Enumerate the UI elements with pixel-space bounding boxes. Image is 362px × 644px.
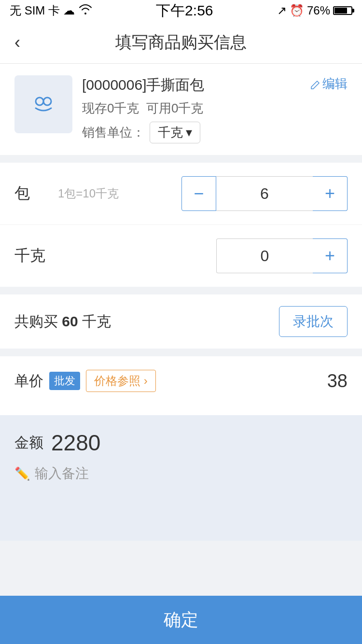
- sim-label: 无 SIM 卡 ☁: [10, 3, 75, 18]
- qty-controls-bag: − +: [181, 176, 348, 211]
- quantity-section: 包 1包=10千克 − + 千克 +: [0, 163, 362, 287]
- confirm-button[interactable]: 确定: [0, 596, 362, 644]
- unit-label: 销售单位：: [82, 124, 145, 141]
- status-bar: 无 SIM 卡 ☁ 下午2:56 ↗ ⏰ 76%: [0, 0, 362, 21]
- qty-input-bag[interactable]: [216, 176, 313, 211]
- battery-percent: 76%: [307, 4, 330, 17]
- page-title: 填写商品购买信息: [115, 31, 247, 54]
- chevron-down-icon: ▾: [186, 125, 192, 140]
- battery-icon: [333, 6, 352, 15]
- total-amount: 60: [62, 313, 78, 329]
- qty-input-kg[interactable]: [216, 238, 313, 273]
- stock-info: 现存0千克 可用0千克: [82, 100, 348, 117]
- amount-label: 金额: [14, 433, 43, 453]
- price-tag-wholesale: 批发: [49, 372, 80, 390]
- unit-row: 销售单位： 千克 ▾: [82, 122, 348, 143]
- increase-kg-button[interactable]: +: [313, 238, 348, 273]
- note-placeholder: 输入备注: [35, 464, 89, 483]
- qty-controls-kg: +: [216, 238, 348, 273]
- total-text: 共购买 60 千克: [14, 312, 111, 332]
- status-left: 无 SIM 卡 ☁: [10, 3, 92, 18]
- pencil-icon: ✏️: [14, 466, 30, 481]
- price-section: 单价 批发 价格参照 › 38: [0, 356, 362, 415]
- increase-bag-button[interactable]: +: [313, 176, 348, 211]
- batch-button[interactable]: 录批次: [279, 306, 348, 337]
- qty-label-kg: 千克: [14, 245, 53, 266]
- total-unit: 千克: [82, 313, 111, 329]
- alarm-icon: ⏰: [290, 4, 304, 17]
- note-row[interactable]: ✏️ 输入备注: [14, 464, 348, 483]
- svg-point-0: [36, 98, 43, 105]
- nav-bar: ‹ 填写商品购买信息: [0, 21, 362, 64]
- available-text: 可用0千克: [143, 101, 204, 115]
- quantity-row-bag: 包 1包=10千克 − +: [0, 163, 362, 225]
- status-right: ↗ ⏰ 76%: [277, 4, 352, 17]
- product-image: [14, 75, 72, 133]
- back-button[interactable]: ‹: [10, 28, 25, 57]
- decrease-bag-button[interactable]: −: [181, 176, 216, 211]
- unit-dropdown[interactable]: 千克 ▾: [150, 122, 200, 143]
- amount-value: 2280: [51, 430, 100, 456]
- stock-text: 现存0千克: [82, 101, 139, 115]
- price-value: 38: [327, 371, 348, 392]
- unit-value: 千克: [158, 124, 183, 141]
- wifi-icon: [79, 4, 92, 17]
- quantity-row-kg: 千克 +: [0, 225, 362, 287]
- product-name: [0000006]手撕面包: [82, 75, 204, 95]
- edit-button[interactable]: 编辑: [310, 75, 348, 92]
- price-left: 单价 批发 价格参照 ›: [14, 370, 156, 392]
- price-ref-button[interactable]: 价格参照 ›: [86, 370, 156, 392]
- product-name-row: [0000006]手撕面包 编辑: [82, 75, 348, 95]
- svg-point-1: [43, 98, 51, 105]
- edit-label: 编辑: [322, 75, 348, 92]
- qty-label-bag: 包: [14, 183, 53, 204]
- price-ref-label: 价格参照 ›: [94, 373, 148, 389]
- amount-section: 金额 2280 ✏️ 输入备注: [0, 415, 362, 492]
- price-label: 单价: [14, 371, 43, 391]
- status-time: 下午2:56: [156, 1, 213, 21]
- qty-sublabel-bag: 1包=10千克: [58, 186, 181, 201]
- amount-row: 金额 2280: [14, 430, 348, 456]
- total-section: 共购买 60 千克 录批次: [0, 294, 362, 349]
- product-info: [0000006]手撕面包 编辑 现存0千克 可用0千克 销售单位： 千克 ▾: [82, 75, 348, 143]
- product-card: [0000006]手撕面包 编辑 现存0千克 可用0千克 销售单位： 千克 ▾: [0, 64, 362, 155]
- location-icon: ↗: [277, 4, 287, 17]
- price-row: 单价 批发 价格参照 › 38: [14, 370, 348, 392]
- total-prefix: 共购买: [14, 313, 62, 329]
